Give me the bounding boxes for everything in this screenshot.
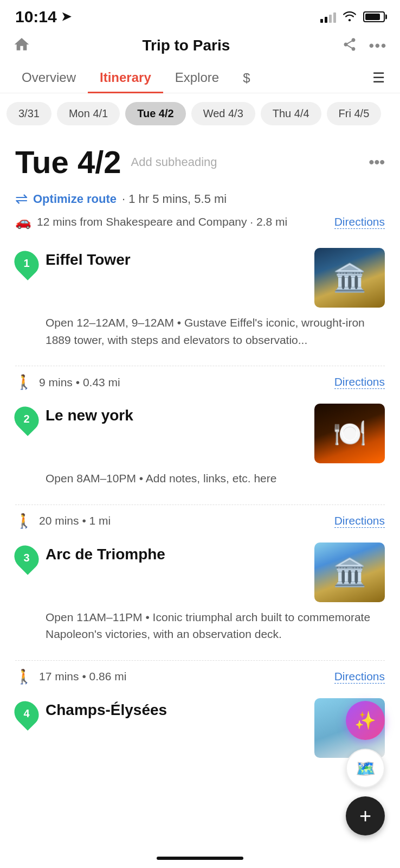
walk-icon: 🚶: [15, 513, 33, 529]
day-chip-fri45[interactable]: Fri 4/5: [327, 102, 382, 125]
walk-time-distance: 20 mins • 1 mi: [39, 514, 328, 527]
time-display: 10:14: [15, 8, 57, 26]
day-chip-thu44[interactable]: Thu 4/4: [261, 102, 321, 125]
place-arc-de-triomphe: 3 Arc de Triomphe Open 11AM–11PM • Iconi…: [15, 542, 385, 693]
place-description: Open 11AM–11PM • Iconic triumphal arch b…: [15, 609, 385, 643]
tab-budget[interactable]: $: [231, 64, 262, 92]
status-icons: [320, 10, 385, 24]
walk-distance: 1 mi: [89, 514, 111, 527]
place-card: 3 Arc de Triomphe Open 11AM–11PM • Iconi…: [15, 542, 385, 656]
transit-text: 12 mins from Shakespeare and Company · 2…: [37, 215, 329, 228]
place-thumbnail-lenewyork[interactable]: [314, 404, 385, 463]
tab-bar: Overview Itinerary Explore $ ☰: [0, 63, 400, 93]
walk-icon: 🚶: [15, 668, 33, 685]
optimize-route-link[interactable]: Optimize route: [33, 192, 117, 206]
location-arrow-icon: ➤: [61, 10, 71, 24]
place-description: Open 12–12AM, 9–12AM • Gustave Eiffel's …: [15, 314, 385, 348]
place-name[interactable]: Arc de Triomphe: [46, 542, 307, 563]
walk-icon: 🚶: [15, 374, 33, 391]
home-indicator: [157, 857, 243, 860]
day-chip-mon41[interactable]: Mon 4/1: [57, 102, 120, 125]
add-fab-button[interactable]: +: [346, 796, 385, 835]
walk-directions-link-3[interactable]: Directions: [334, 670, 385, 684]
place-champs-elysees: 4 Champs-Élysées: [15, 698, 385, 769]
share-icon[interactable]: [342, 37, 357, 54]
walk-time: 9 mins: [39, 376, 73, 388]
transit-directions-link[interactable]: Directions: [334, 215, 385, 229]
place-le-new-york: 2 Le new york Open 8AM–10PM • Add notes,…: [15, 404, 385, 537]
magic-fab-button[interactable]: ✨: [346, 701, 385, 740]
place-pin-1: 1: [9, 246, 44, 280]
add-subheading-button[interactable]: Add subheading: [131, 155, 359, 169]
bottom-bar: [0, 848, 400, 868]
walk-directions-link-2[interactable]: Directions: [334, 514, 385, 528]
day-selector[interactable]: 3/31 Mon 4/1 Tue 4/2 Wed 4/3 Thu 4/4 Fri…: [0, 93, 400, 134]
place-number: 2: [23, 413, 29, 425]
place-header: 2 Le new york: [15, 404, 385, 463]
day-chip-mar31[interactable]: 3/31: [7, 102, 51, 125]
day-content: Tue 4/2 Add subheading ••• ⇌ Optimize ro…: [0, 134, 400, 769]
place-card: 2 Le new york Open 8AM–10PM • Add notes,…: [15, 404, 385, 500]
day-more-options-icon[interactable]: •••: [369, 154, 385, 171]
plus-icon: +: [359, 806, 371, 826]
walk-time: 17 mins: [39, 670, 79, 682]
walk-directions-link-1[interactable]: Directions: [334, 375, 385, 389]
place-number: 3: [23, 551, 29, 564]
place-thumbnail-eiffel[interactable]: [314, 248, 385, 308]
place-number: 4: [23, 707, 29, 719]
optimize-route-row: ⇌ Optimize route · 1 hr 5 mins, 5.5 mi: [15, 190, 385, 208]
walk-distance: 0.43 mi: [83, 376, 120, 388]
route-icon: ⇌: [15, 190, 28, 208]
tab-explore[interactable]: Explore: [163, 63, 231, 93]
place-name[interactable]: Eiffel Tower: [46, 248, 307, 269]
top-nav: Trip to Paris •••: [0, 30, 400, 63]
nav-right-actions: •••: [342, 37, 387, 54]
fab-container: ✨ 🗺️ +: [346, 701, 385, 835]
more-options-icon[interactable]: •••: [369, 37, 387, 54]
place-pin-4: 4: [9, 696, 44, 731]
home-icon[interactable]: [13, 36, 30, 55]
place-name[interactable]: Champs-Élysées: [46, 698, 307, 719]
day-chip-wed43[interactable]: Wed 4/3: [191, 102, 255, 125]
place-pin-3: 3: [9, 540, 44, 575]
walk-time-distance: 17 mins • 0.86 mi: [39, 670, 328, 683]
walk-row-2: 🚶 20 mins • 1 mi Directions: [15, 505, 385, 537]
place-thumbnail-arc[interactable]: [314, 542, 385, 602]
tab-menu-icon[interactable]: ☰: [367, 63, 390, 93]
map-fab-button[interactable]: 🗺️: [346, 749, 385, 788]
place-header: 3 Arc de Triomphe: [15, 542, 385, 602]
optimize-meta: · 1 hr 5 mins, 5.5 mi: [122, 192, 227, 206]
day-heading: Tue 4/2: [15, 144, 121, 180]
place-description: Open 8AM–10PM • Add notes, links, etc. h…: [15, 470, 385, 487]
tab-overview[interactable]: Overview: [10, 63, 88, 93]
place-header: 1 Eiffel Tower: [15, 248, 385, 308]
place-header: 4 Champs-Élysées: [15, 698, 385, 758]
place-name[interactable]: Le new york: [46, 404, 307, 424]
place-card: 1 Eiffel Tower Open 12–12AM, 9–12AM • Gu…: [15, 248, 385, 361]
walk-row-1: 🚶 9 mins • 0.43 mi Directions: [15, 366, 385, 398]
day-header: Tue 4/2 Add subheading •••: [15, 144, 385, 180]
wifi-icon: [343, 10, 357, 24]
tab-itinerary[interactable]: Itinerary: [88, 63, 163, 93]
day-chip-tue42[interactable]: Tue 4/2: [125, 102, 185, 125]
page-title: Trip to Paris: [142, 37, 230, 54]
walk-distance: 0.86 mi: [89, 670, 127, 682]
from-transit-row: 🚗 12 mins from Shakespeare and Company ·…: [15, 214, 385, 236]
car-icon: 🚗: [15, 214, 31, 229]
battery-icon: [363, 11, 385, 22]
magic-wand-icon: ✨: [354, 710, 376, 731]
walk-time-distance: 9 mins • 0.43 mi: [39, 376, 328, 389]
walk-time: 20 mins: [39, 514, 79, 527]
status-time: 10:14 ➤: [15, 8, 71, 26]
status-bar: 10:14 ➤: [0, 0, 400, 30]
map-icon: 🗺️: [356, 759, 376, 778]
place-eiffel-tower: 1 Eiffel Tower Open 12–12AM, 9–12AM • Gu…: [15, 248, 385, 398]
walk-row-3: 🚶 17 mins • 0.86 mi Directions: [15, 660, 385, 693]
place-number: 1: [23, 257, 29, 270]
place-card: 4 Champs-Élysées: [15, 698, 385, 769]
signal-icon: [320, 11, 336, 23]
place-pin-2: 2: [9, 401, 44, 436]
